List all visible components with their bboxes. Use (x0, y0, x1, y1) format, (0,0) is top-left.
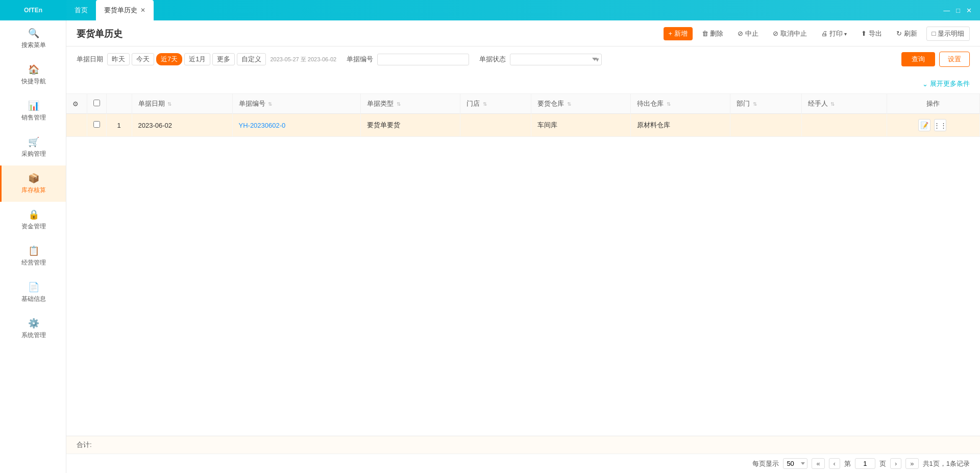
sort-department-icon: ⇅ (753, 101, 757, 107)
page-input-label: 第 (844, 459, 851, 468)
status-filter-select[interactable] (510, 54, 602, 65)
top-bar-right: — □ ✕ (943, 7, 980, 14)
delete-button[interactable]: 🗑 删除 (697, 27, 729, 40)
first-page-btn[interactable]: « (812, 458, 824, 469)
display-dense-button[interactable]: □ 显示明细 (926, 27, 970, 41)
page-unit-label: 页 (879, 459, 886, 468)
sort-handler-icon: ⇅ (830, 101, 835, 107)
tab-requisition-history[interactable]: 要货单历史 ✕ (96, 0, 154, 20)
next-page-btn[interactable]: › (890, 458, 901, 469)
th-department[interactable]: 部门 ⇅ (730, 94, 801, 114)
sidebar-item-label: 销售管理 (21, 113, 46, 122)
window-close-btn[interactable]: ✕ (966, 7, 972, 14)
sidebar-item-label: 库存核算 (21, 186, 46, 195)
finance-mgmt-icon: 🔒 (28, 209, 39, 220)
pagination-row: 每页显示 20 50 100 « ‹ 第 页 › » 共1页，1条记录 (66, 454, 980, 473)
row-edit-button[interactable]: 📝 (918, 119, 930, 131)
th-pending-warehouse[interactable]: 待出仓库 ⇅ (631, 94, 730, 114)
docno-filter-label: 单据编号 (347, 55, 373, 64)
page-title-row: 要货单历史 + 新增 🗑 删除 ⊘ 中止 ⊘ 取消中止 🖨 (77, 27, 970, 41)
sort-req-warehouse-icon: ⇅ (567, 101, 571, 107)
page-size-select[interactable]: 20 50 100 (783, 458, 807, 469)
toolbar: + 新增 🗑 删除 ⊘ 中止 ⊘ 取消中止 🖨 打印 ▾ (664, 27, 970, 41)
system-mgmt-icon: ⚙️ (28, 318, 39, 329)
td-store (460, 114, 531, 137)
summary-row: 合计: (66, 436, 980, 454)
settings-button[interactable]: 设置 (939, 52, 970, 67)
doc-no-link[interactable]: YH-20230602-0 (239, 122, 286, 129)
sidebar-item-system-mgmt[interactable]: ⚙️ 系统管理 (0, 311, 66, 347)
date-range-text: 2023-05-27 至 2023-06-02 (270, 56, 336, 63)
td-doc-no: YH-20230602-0 (232, 114, 360, 137)
top-bar-tabs: 首页 要货单历史 ✕ (66, 0, 943, 20)
date-btn-1month[interactable]: 近1月 (184, 53, 210, 65)
filter-row: 单据日期 昨天 今天 近7天 近1月 更多 (66, 46, 980, 94)
top-bar: OfTEn 首页 要货单历史 ✕ — □ ✕ (0, 0, 980, 20)
settings-icon: ⚙ (72, 100, 79, 108)
page-footer: 合计: 每页显示 20 50 100 « ‹ 第 页 › » (66, 436, 980, 473)
sidebar-item-quick-nav[interactable]: 🏠 快捷导航 (0, 57, 66, 93)
sidebar-item-purchase-mgmt[interactable]: 🛒 采购管理 (0, 129, 66, 165)
total-info: 共1页，1条记录 (923, 459, 970, 468)
print-chevron-icon: ▾ (844, 31, 847, 37)
window-maximize-btn[interactable]: □ (956, 7, 960, 14)
docno-filter-input[interactable] (377, 54, 469, 65)
sidebar-item-sales-mgmt[interactable]: 📊 销售管理 (0, 93, 66, 129)
status-filter-group: 单据状态 ▾ (479, 54, 599, 65)
expand-more-btn[interactable]: ⌄ 展开更多条件 (922, 79, 970, 88)
query-button[interactable]: 查询 (901, 52, 935, 66)
last-page-btn[interactable]: » (905, 458, 918, 469)
docno-filter-group: 单据编号 (347, 54, 469, 65)
main-layout: 🔍 搜索菜单 🏠 快捷导航 📊 销售管理 🛒 采购管理 📦 库存核算 🔒 资金管… (0, 20, 980, 473)
date-btn-today[interactable]: 今天 (132, 53, 154, 65)
sort-doc-no-icon: ⇅ (268, 101, 272, 107)
th-doc-type[interactable]: 单据类型 ⇅ (360, 94, 460, 114)
sort-doc-date-icon: ⇅ (167, 101, 172, 107)
th-req-warehouse[interactable]: 要货仓库 ⇅ (531, 94, 631, 114)
row-more-button[interactable]: ⋮⋮ (934, 119, 946, 131)
td-pending-warehouse: 原材料仓库 (631, 114, 730, 137)
date-filter-buttons: 昨天 今天 近7天 近1月 更多 自定义 (107, 53, 266, 65)
date-btn-yesterday[interactable]: 昨天 (107, 53, 130, 65)
th-settings[interactable]: ⚙ (66, 94, 87, 114)
th-checkbox (87, 94, 106, 114)
th-store[interactable]: 门店 ⇅ (460, 94, 531, 114)
brand-area: OfTEn (0, 0, 66, 20)
tab-close-icon[interactable]: ✕ (140, 7, 145, 14)
th-doc-date[interactable]: 单据日期 ⇅ (132, 94, 232, 114)
export-button[interactable]: ⬆ 导出 (856, 27, 887, 40)
row-checkbox[interactable] (93, 121, 100, 128)
td-department (730, 114, 801, 137)
sidebar-item-operations-mgmt[interactable]: 📋 经营管理 (0, 238, 66, 274)
data-table: ⚙ 单据日期 ⇅ 单据编号 ⇅ (66, 94, 980, 137)
page-num-input[interactable] (855, 458, 875, 469)
refresh-button[interactable]: ↻ 刷新 (891, 27, 922, 40)
date-btn-custom[interactable]: 自定义 (237, 53, 266, 65)
sidebar-item-finance-mgmt[interactable]: 🔒 资金管理 (0, 202, 66, 238)
select-all-checkbox[interactable] (93, 100, 100, 106)
prev-page-btn[interactable]: ‹ (829, 458, 840, 469)
date-btn-more[interactable]: 更多 (212, 53, 235, 65)
sidebar-item-basic-info[interactable]: 📄 基础信息 (0, 274, 66, 311)
window-minimize-btn[interactable]: — (943, 7, 950, 14)
cancel-stop-button[interactable]: ⊘ 取消中止 (768, 27, 812, 40)
quick-nav-icon: 🏠 (28, 64, 39, 75)
stop-button[interactable]: ⊘ 中止 (732, 27, 764, 40)
td-rownum: 1 (106, 114, 132, 137)
status-filter-label: 单据状态 (479, 55, 506, 64)
td-doc-date: 2023-06-02 (132, 114, 232, 137)
tab-home[interactable]: 首页 (66, 0, 96, 20)
print-button[interactable]: 🖨 打印 ▾ (816, 27, 852, 40)
th-doc-no[interactable]: 单据编号 ⇅ (232, 94, 360, 114)
table-row: 1 2023-06-02 YH-20230602-0 要货单要货 (66, 114, 980, 137)
date-filter-label: 单据日期 (77, 55, 103, 64)
sidebar-item-search-menu[interactable]: 🔍 搜索菜单 (0, 20, 66, 57)
sidebar-item-inventory[interactable]: 📦 库存核算 (0, 165, 66, 202)
sidebar-item-label: 搜索菜单 (21, 41, 46, 50)
date-btn-7days[interactable]: 近7天 (156, 53, 182, 65)
more-icon: ⋮⋮ (934, 122, 947, 129)
td-action: 📝 ⋮⋮ (887, 114, 979, 137)
th-handler[interactable]: 经手人 ⇅ (801, 94, 887, 114)
table-container: ⚙ 单据日期 ⇅ 单据编号 ⇅ (66, 94, 980, 436)
new-button[interactable]: + 新增 (664, 27, 693, 40)
